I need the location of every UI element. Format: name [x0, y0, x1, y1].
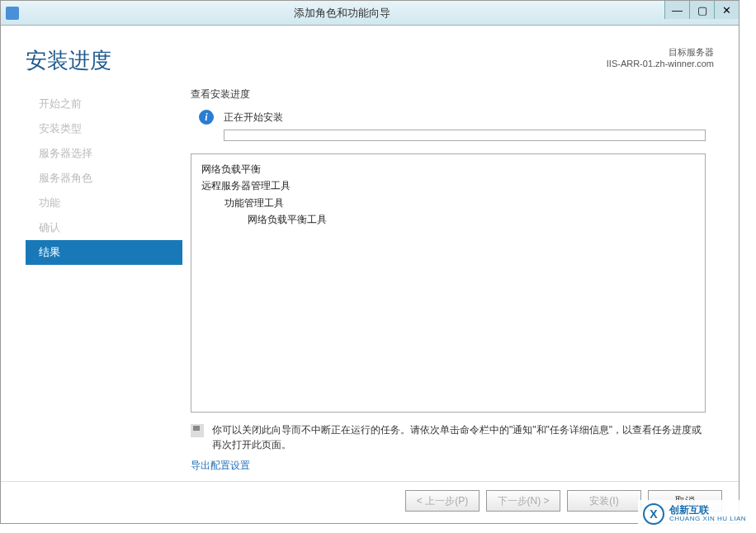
status-text: 正在开始安装	[224, 111, 283, 125]
watermark-en: CHUANG XIN HU LIAN	[669, 516, 746, 523]
info-icon: i	[199, 110, 214, 125]
content-area: 查看安装进度 i 正在开始安装 网络负载平衡 远程服务器管理工具 功能管理工具 …	[182, 83, 722, 481]
sidebar-item-confirm: 确认	[26, 215, 182, 240]
export-config-link[interactable]: 导出配置设置	[191, 459, 714, 481]
app-icon	[6, 7, 19, 20]
maximize-button[interactable]: ▢	[689, 1, 714, 19]
detail-line: 网络负载平衡工具	[201, 211, 695, 228]
details-box: 网络负载平衡 远程服务器管理工具 功能管理工具 网络负载平衡工具	[191, 153, 706, 413]
progress-bar	[224, 130, 706, 141]
note-text: 你可以关闭此向导而不中断正在运行的任务。请依次单击命令栏中的"通知"和"任务详细…	[212, 422, 706, 452]
sidebar-item-server-roles: 服务器角色	[26, 166, 182, 191]
destination-label: 目标服务器	[607, 46, 714, 59]
minimize-button[interactable]: —	[664, 1, 689, 19]
close-button[interactable]: ✕	[714, 1, 739, 19]
sidebar-item-server-selection: 服务器选择	[26, 141, 182, 166]
detail-line: 远程服务器管理工具	[201, 177, 695, 194]
window-controls: — ▢ ✕	[664, 1, 739, 25]
button-row: < 上一步(P) 下一步(N) > 安装(I) 取消	[1, 481, 739, 523]
install-button[interactable]: 安装(I)	[567, 490, 641, 512]
titlebar: 添加角色和功能向导 — ▢ ✕	[1, 1, 739, 26]
next-button[interactable]: 下一步(N) >	[486, 490, 560, 512]
sidebar-item-results[interactable]: 结果	[26, 240, 182, 265]
body-area: 安装进度 目标服务器 IIS-ARR-01.zh-winner.com 开始之前…	[1, 26, 739, 523]
window-title: 添加角色和功能向导	[19, 6, 664, 21]
destination-value: IIS-ARR-01.zh-winner.com	[607, 59, 714, 68]
flag-icon	[191, 424, 204, 437]
destination-server: 目标服务器 IIS-ARR-01.zh-winner.com	[607, 46, 714, 68]
sidebar: 开始之前 安装类型 服务器选择 服务器角色 功能 确认 结果	[26, 83, 182, 481]
page-title: 安装进度	[26, 46, 111, 75]
prev-button[interactable]: < 上一步(P)	[405, 490, 480, 512]
watermark-logo-icon: X	[643, 503, 664, 525]
detail-line: 网络负载平衡	[201, 161, 695, 177]
status-row: i 正在开始安装	[191, 110, 714, 125]
note-row: 你可以关闭此向导而不中断正在运行的任务。请依次单击命令栏中的"通知"和"任务详细…	[191, 422, 714, 459]
watermark-text: 创新互联 CHUANG XIN HU LIAN	[669, 505, 746, 523]
sidebar-item-install-type: 安装类型	[26, 116, 182, 141]
sidebar-item-features: 功能	[26, 191, 182, 215]
section-label: 查看安装进度	[191, 87, 714, 101]
wizard-window: 添加角色和功能向导 — ▢ ✕ 安装进度 目标服务器 IIS-ARR-01.zh…	[0, 0, 739, 524]
main-row: 开始之前 安装类型 服务器选择 服务器角色 功能 确认 结果 查看安装进度 i …	[1, 83, 739, 481]
sidebar-item-before: 开始之前	[26, 92, 182, 116]
header-row: 安装进度 目标服务器 IIS-ARR-01.zh-winner.com	[1, 26, 739, 83]
detail-line: 功能管理工具	[201, 195, 695, 211]
watermark: X 创新互联 CHUANG XIN HU LIAN	[638, 500, 751, 528]
